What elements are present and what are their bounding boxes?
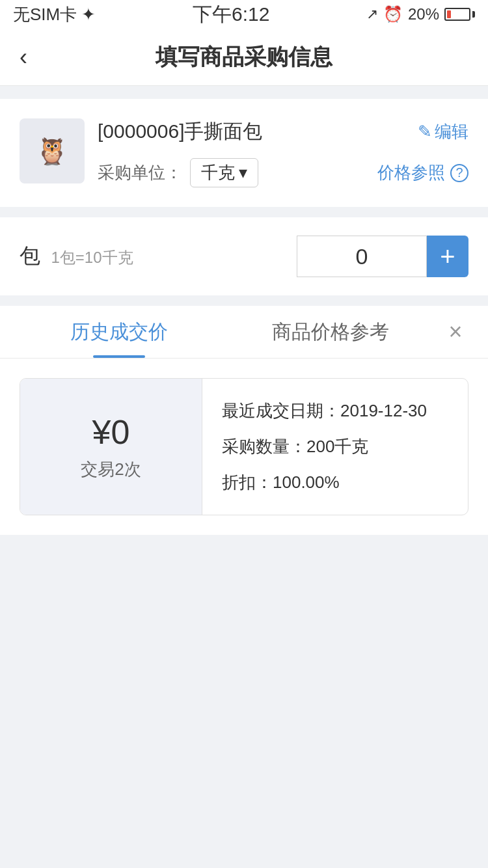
alarm-icon: ⏰ xyxy=(383,5,403,23)
product-unit-row: 采购单位： 千克 ▾ 价格参照 ? xyxy=(98,158,468,187)
quantity-unit: 包 xyxy=(20,244,40,267)
price-panel: 历史成交价 商品价格参考 × ¥0 交易2次 最近成交日期：2019-12-30… xyxy=(0,306,488,535)
time-display: 下午6:12 xyxy=(193,1,269,28)
dropdown-arrow-icon: ▾ xyxy=(239,163,247,183)
price-ref-button[interactable]: 价格参照 ? xyxy=(377,161,468,184)
panel-close-button[interactable]: × xyxy=(436,306,475,358)
page-title: 填写商品采购信息 xyxy=(156,42,332,72)
discount-row: 折扣：100.00% xyxy=(222,470,448,495)
quantity-controls: 0 + xyxy=(297,236,468,277)
edit-button[interactable]: ✎ 编辑 xyxy=(418,120,468,143)
unit-label: 采购单位： xyxy=(98,161,182,184)
quantity-row: 包 1包=10千克 0 + xyxy=(0,217,488,295)
price-details: 最近成交日期：2019-12-30 采购数量：200千克 折扣：100.00% xyxy=(202,379,468,515)
location-icon: ↗ xyxy=(366,6,378,23)
back-button[interactable]: ‹ xyxy=(20,44,59,71)
product-name: [0000006]手撕面包 xyxy=(98,118,262,145)
discount-label: 折扣： xyxy=(222,472,273,492)
product-card: 🦉 [0000006]手撕面包 ✎ 编辑 采购单位： 千克 ▾ xyxy=(0,99,488,207)
edit-label: 编辑 xyxy=(435,120,468,143)
status-left: 无SIM卡 ✦ xyxy=(13,3,96,26)
purchase-qty-row: 采购数量：200千克 xyxy=(222,434,448,459)
bottom-area xyxy=(0,535,488,868)
purchase-qty-label: 采购数量： xyxy=(222,437,306,456)
edit-icon: ✎ xyxy=(418,122,432,142)
last-deal-date-label: 最近成交日期： xyxy=(222,401,340,420)
price-transactions: 交易2次 xyxy=(81,458,141,481)
status-right: ↗ ⏰ 20% xyxy=(366,5,475,23)
unit-value: 千克 xyxy=(201,161,235,184)
price-content: ¥0 交易2次 最近成交日期：2019-12-30 采购数量：200千克 折扣：… xyxy=(0,359,488,535)
tab-bar: 历史成交价 商品价格参考 × xyxy=(0,306,488,359)
product-top-row: [0000006]手撕面包 ✎ 编辑 xyxy=(98,118,468,145)
quantity-input[interactable]: 0 xyxy=(297,236,427,277)
price-amount: ¥0 xyxy=(92,413,130,452)
tab-history-price[interactable]: 历史成交价 xyxy=(13,306,224,358)
price-ref-label: 价格参照 xyxy=(377,161,445,184)
section-divider xyxy=(0,207,488,217)
price-summary: ¥0 交易2次 xyxy=(20,379,202,515)
product-info: [0000006]手撕面包 ✎ 编辑 采购单位： 千克 ▾ 价格参照 ? xyxy=(98,118,468,187)
history-price-card: ¥0 交易2次 最近成交日期：2019-12-30 采购数量：200千克 折扣：… xyxy=(20,378,468,515)
product-header: 🦉 [0000006]手撕面包 ✎ 编辑 采购单位： 千克 ▾ xyxy=(20,118,468,187)
last-deal-date-value: 2019-12-30 xyxy=(340,401,427,420)
quantity-conversion: 1包=10千克 xyxy=(51,249,133,266)
nav-bar: ‹ 填写商品采购信息 xyxy=(0,29,488,86)
help-icon: ? xyxy=(450,164,468,182)
unit-select[interactable]: 千克 ▾ xyxy=(190,158,258,187)
product-logo: 🦉 xyxy=(36,136,68,167)
status-bar: 无SIM卡 ✦ 下午6:12 ↗ ⏰ 20% xyxy=(0,0,488,29)
quantity-label-group: 包 1包=10千克 xyxy=(20,242,133,271)
quantity-plus-button[interactable]: + xyxy=(427,236,468,277)
discount-value: 100.00% xyxy=(273,472,340,492)
unit-left: 采购单位： 千克 ▾ xyxy=(98,158,258,187)
carrier-text: 无SIM卡 ✦ xyxy=(13,3,96,26)
battery-percent: 20% xyxy=(408,5,439,23)
last-deal-date-row: 最近成交日期：2019-12-30 xyxy=(222,398,448,424)
battery-icon xyxy=(444,8,475,21)
tab-product-price-ref[interactable]: 商品价格参考 xyxy=(224,306,436,358)
purchase-qty-value: 200千克 xyxy=(306,437,368,456)
product-thumbnail: 🦉 xyxy=(20,118,85,183)
